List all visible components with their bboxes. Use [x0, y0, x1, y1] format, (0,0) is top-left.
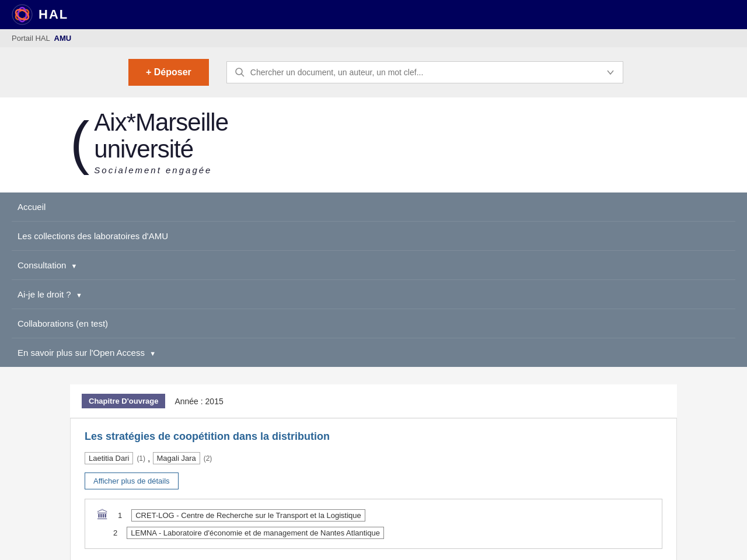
amu-logo-line1: Aix*Marseille: [94, 109, 228, 136]
nav-link-collaborations[interactable]: Collaborations (en test): [12, 309, 735, 338]
droit-dropdown-arrow: ▼: [76, 292, 82, 299]
nav-link-openaccess[interactable]: En savoir plus sur l'Open Access ▼: [12, 338, 735, 367]
breadcrumb-portal-link[interactable]: Portail HAL: [12, 34, 50, 43]
search-icon: [235, 68, 245, 77]
amu-logo: ( Aix*Marseille université Socialement e…: [70, 109, 735, 175]
pub-body: Les stratégies de coopétition dans la di…: [71, 418, 676, 560]
affil-row-1: 🏛 1 CRET-LOG - Centre de Recherche sur l…: [97, 509, 650, 522]
affiliations-table: 🏛 1 CRET-LOG - Centre de Recherche sur l…: [85, 499, 662, 549]
openaccess-dropdown-arrow: ▼: [149, 350, 156, 357]
author-num-1: (1): [137, 454, 145, 463]
amu-logo-line2: université: [94, 136, 228, 163]
nav-menu: Accueil Les collections des laboratoires…: [0, 192, 747, 367]
amu-bracket: (: [70, 113, 89, 172]
nav-item-consultation: Consultation ▼: [12, 251, 735, 280]
consultation-dropdown-arrow: ▼: [71, 262, 78, 270]
pub-authors: Laetitia Dari (1) , Magali Jara (2): [85, 452, 662, 464]
hal-logo: HAL: [12, 4, 68, 25]
nav-list: Accueil Les collections des laboratoires…: [12, 192, 735, 367]
search-input[interactable]: [250, 68, 601, 77]
affil-row-2: 2 LEMNA - Laboratoire d'économie et de m…: [97, 527, 650, 539]
nav-item-droit: Ai-je le droit ? ▼: [12, 280, 735, 309]
amu-text-block: Aix*Marseille université Socialement eng…: [94, 109, 228, 175]
pub-card-header: Chapitre D'ouvrage Année : 2015: [70, 384, 677, 418]
top-bar: HAL: [0, 0, 747, 29]
svg-point-4: [236, 68, 242, 75]
hal-logo-text: HAL: [39, 7, 68, 22]
affil-num-2: 2: [113, 528, 117, 537]
nav-link-collections[interactable]: Les collections des laboratoires d'AMU: [12, 222, 735, 251]
author-separator: ,: [148, 453, 150, 464]
pub-card: Les stratégies de coopétition dans la di…: [70, 418, 677, 560]
nav-item-openaccess: En savoir plus sur l'Open Access ▼: [12, 338, 735, 367]
nav-item-accueil: Accueil: [12, 192, 735, 222]
pub-type-badge: Chapitre D'ouvrage: [82, 394, 165, 408]
details-button[interactable]: Afficher plus de détails: [85, 473, 179, 489]
amu-logo-line3: Socialement engagée: [94, 165, 228, 175]
nav-link-accueil[interactable]: Accueil: [12, 192, 735, 222]
main-content: Chapitre D'ouvrage Année : 2015 Les stra…: [0, 367, 747, 560]
chevron-down-icon: [606, 68, 615, 76]
affil-name-2: LEMNA - Laboratoire d'économie et de man…: [127, 527, 384, 539]
deposer-button[interactable]: + Déposer: [128, 59, 209, 86]
nav-item-collaborations: Collaborations (en test): [12, 309, 735, 338]
logo-section: ( Aix*Marseille université Socialement e…: [0, 97, 747, 192]
pub-title[interactable]: Les stratégies de coopétition dans la di…: [85, 430, 662, 443]
author-tag-1[interactable]: Laetitia Dari: [85, 452, 133, 464]
breadcrumb-site: AMU: [54, 34, 72, 43]
nav-link-consultation[interactable]: Consultation ▼: [12, 251, 735, 280]
hal-logo-icon: [12, 4, 33, 25]
nav-link-droit[interactable]: Ai-je le droit ? ▼: [12, 280, 735, 309]
search-container: [226, 61, 623, 83]
breadcrumb: Portail HAL AMU: [0, 29, 747, 47]
nav-item-collections: Les collections des laboratoires d'AMU: [12, 222, 735, 251]
author-tag-2[interactable]: Magali Jara: [153, 452, 200, 464]
affil-num-1: 1: [118, 511, 122, 520]
action-bar: + Déposer: [0, 47, 747, 97]
pub-year: Année : 2015: [174, 397, 223, 406]
author-num-2: (2): [204, 454, 212, 463]
svg-line-5: [241, 74, 244, 77]
affil-name-1: CRET-LOG - Centre de Recherche sur le Tr…: [131, 509, 365, 522]
institution-icon-1: 🏛: [97, 509, 109, 522]
